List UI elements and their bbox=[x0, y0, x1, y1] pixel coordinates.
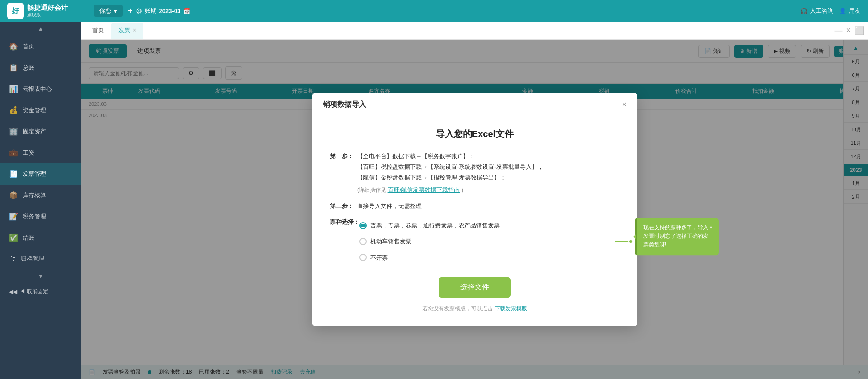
dialog-main-title: 导入您的Excel文件 bbox=[330, 128, 619, 140]
step1-row: 第一步： 【全电平台】数据下载→【税务数字账户】； 【百旺】税控盘数据下载→【系… bbox=[330, 151, 619, 195]
radio-circle-2 bbox=[359, 238, 367, 245]
tooltip-close-btn[interactable]: × bbox=[709, 223, 712, 232]
sidebar-scroll-up[interactable]: ▲ bbox=[0, 22, 81, 36]
assets-icon: 🏢 bbox=[9, 127, 18, 136]
radio-label-3: 不开票 bbox=[370, 252, 388, 263]
step1-line2: 【百旺】税控盘数据下载→【系统设置-系统参数设置-发票批量导入】； bbox=[357, 161, 619, 172]
ticket-row: 票种选择： 普票，专票，卷票，通行费发票，农产品销售发票 bbox=[330, 217, 619, 266]
salary-icon: 💼 bbox=[9, 148, 18, 157]
sidebar-label-salary: 工资 bbox=[23, 149, 34, 157]
consult-label: 人工咨询 bbox=[810, 7, 834, 15]
invoice-icon: 🧾 bbox=[9, 170, 18, 178]
top-bar: 好 畅捷通好会计 旗舰版 你您 ▾ + ⚙ 账期 2023-03 📅 🎧 人工咨… bbox=[0, 0, 868, 22]
radio-circle-3 bbox=[359, 254, 367, 261]
main-layout: ▲ 🏠 首页 📋 总账 📊 云报表中心 💰 资金管理 🏢 固定资产 💼 工资 🧾… bbox=[0, 22, 868, 379]
settings-icon[interactable]: ⚙ bbox=[136, 7, 142, 15]
dialog-header: 销项数据导入 × bbox=[312, 93, 637, 117]
tooltip-text: 现在支持的票种多了，导入发票时别忘了选择正确的发票类型呀! bbox=[643, 224, 708, 248]
sidebar-label-invoice: 发票管理 bbox=[23, 170, 46, 178]
radio-group: 普票，专票，卷票，通行费发票，农产品销售发票 机动车销售发票 bbox=[359, 220, 619, 263]
download-template-link[interactable]: 下载发票模版 bbox=[495, 305, 527, 312]
sidebar-item-fund[interactable]: 💰 资金管理 bbox=[0, 99, 81, 121]
tab-home[interactable]: 首页 bbox=[85, 23, 111, 39]
sidebar-label-ledger: 总账 bbox=[23, 64, 34, 72]
step1-link[interactable]: 百旺/航信发票数据下载指南 bbox=[388, 186, 460, 193]
tab-invoice-label: 发票 bbox=[118, 26, 130, 34]
tab-invoice-close-icon[interactable]: × bbox=[133, 27, 136, 33]
app-name: 畅捷通好会计 bbox=[27, 4, 68, 12]
tax-icon: 📝 bbox=[9, 212, 18, 221]
select-file-btn[interactable]: 选择文件 bbox=[439, 277, 511, 298]
calendar-icon[interactable]: 📅 bbox=[183, 8, 190, 14]
radio-option-2[interactable]: 机动车销售发票 bbox=[359, 236, 619, 246]
step2-row: 第二步： 直接导入文件，无需整理 bbox=[330, 201, 619, 211]
modal-overlay: 销项数据导入 × 导入您的Excel文件 第一步： 【全电平台】数据下载→【税务… bbox=[81, 40, 868, 379]
window-close-icon[interactable]: × bbox=[846, 26, 851, 35]
user-icon: 👤 bbox=[839, 8, 846, 14]
window-minimize-icon[interactable]: — bbox=[834, 26, 842, 35]
sidebar-item-home[interactable]: 🏠 首页 bbox=[0, 36, 81, 57]
sidebar-label-assets: 固定资产 bbox=[23, 128, 46, 136]
period-area: + ⚙ 账期 2023-03 📅 bbox=[128, 6, 190, 16]
dialog-body: 导入您的Excel文件 第一步： 【全电平台】数据下载→【税务数字账户】； 【百… bbox=[312, 117, 637, 326]
headset-icon: 🎧 bbox=[800, 8, 807, 14]
report-icon: 📊 bbox=[9, 85, 18, 93]
tooltip-arrow bbox=[631, 234, 636, 239]
sidebar-label-tax: 税务管理 bbox=[23, 213, 46, 221]
checkout-icon: ✅ bbox=[9, 233, 18, 242]
tab-home-label: 首页 bbox=[92, 26, 104, 34]
radio-option-3[interactable]: 不开票 bbox=[359, 252, 619, 263]
dialog-footer-note: 若您没有发票模版，可以点击 下载发票模版 bbox=[330, 305, 619, 313]
step1-note: (详细操作见 百旺/航信发票数据下载指南 ) bbox=[357, 185, 619, 195]
sidebar-item-salary[interactable]: 💼 工资 bbox=[0, 142, 81, 163]
cancel-fixed-btn[interactable]: ◀◀ ◀ 取消固定 bbox=[0, 283, 81, 300]
sidebar-label-inventory: 库存核算 bbox=[23, 191, 46, 199]
radio-label-2: 机动车销售发票 bbox=[370, 236, 411, 246]
sidebar-item-inventory[interactable]: 📦 库存核算 bbox=[0, 185, 81, 206]
user-area[interactable]: 👤 用友 bbox=[839, 7, 861, 15]
period-value: 2023-03 bbox=[159, 8, 181, 14]
user-label: 用友 bbox=[849, 7, 861, 15]
sidebar-item-fixed-assets[interactable]: 🏢 固定资产 bbox=[0, 121, 81, 142]
sidebar-item-cloud-report[interactable]: 📊 云报表中心 bbox=[0, 78, 81, 99]
radio-option-1[interactable]: 普票，专票，卷票，通行费发票，农产品销售发票 bbox=[359, 220, 619, 231]
step1-line1: 【全电平台】数据下载→【税务数字账户】； bbox=[357, 151, 619, 161]
consult-btn[interactable]: 🎧 人工咨询 bbox=[800, 7, 834, 15]
sidebar-scroll-down[interactable]: ▼ bbox=[0, 269, 81, 283]
step1-content: 【全电平台】数据下载→【税务数字账户】； 【百旺】税控盘数据下载→【系统设置-系… bbox=[357, 151, 619, 195]
step1-label: 第一步： bbox=[330, 151, 357, 195]
sidebar-item-invoice[interactable]: 🧾 发票管理 bbox=[0, 163, 81, 185]
sidebar-label-report: 云报表中心 bbox=[23, 85, 52, 93]
sidebar-item-tax[interactable]: 📝 税务管理 bbox=[0, 206, 81, 227]
step1-line3: 【航信】金税盘数据下载→【报税管理-发票数据导出】； bbox=[357, 172, 619, 183]
home-icon: 🏠 bbox=[9, 42, 18, 51]
logo-area: 好 畅捷通好会计 旗舰版 bbox=[7, 3, 89, 19]
logo-icon: 好 bbox=[7, 3, 24, 19]
tab-invoice[interactable]: 发票 × bbox=[111, 23, 143, 39]
sidebar-label-archive: 归档管理 bbox=[21, 255, 44, 263]
plus-icon[interactable]: + bbox=[128, 6, 133, 16]
period-label: 账期 bbox=[145, 7, 156, 15]
cancel-fixed-label: ◀ 取消固定 bbox=[20, 288, 48, 295]
sidebar-item-archive[interactable]: 🗂 归档管理 bbox=[0, 248, 81, 269]
radio-label-1: 普票，专票，卷票，通行费发票，农产品销售发票 bbox=[370, 220, 500, 231]
top-right-area: 🎧 人工咨询 👤 用友 bbox=[800, 7, 861, 15]
fund-icon: 💰 bbox=[9, 106, 18, 114]
radio-circle-1 bbox=[359, 222, 367, 229]
footer-note-text: 若您没有发票模版，可以点击 bbox=[422, 305, 493, 312]
window-maximize-icon[interactable]: ⬜ bbox=[854, 26, 864, 36]
sidebar-item-checkout[interactable]: ✅ 结账 bbox=[0, 227, 81, 248]
sidebar-label-checkout: 结账 bbox=[23, 234, 34, 242]
page-tabs: 首页 发票 × — × ⬜ bbox=[81, 22, 868, 40]
import-dialog: 销项数据导入 × 导入您的Excel文件 第一步： 【全电平台】数据下载→【税务… bbox=[312, 93, 637, 326]
account-name: 你您 bbox=[99, 7, 111, 15]
account-dropdown[interactable]: 你您 ▾ bbox=[94, 5, 123, 17]
sidebar-item-general-ledger[interactable]: 📋 总账 bbox=[0, 57, 81, 78]
archive-icon: 🗂 bbox=[9, 255, 16, 263]
app-edition: 旗舰版 bbox=[27, 12, 68, 18]
step2-label: 第二步： bbox=[330, 201, 357, 211]
dialog-close-btn[interactable]: × bbox=[622, 100, 627, 109]
content-area: 首页 发票 × — × ⬜ 销项发票 进项发票 bbox=[81, 22, 868, 379]
step2-content: 直接导入文件，无需整理 bbox=[357, 201, 619, 211]
logo-text-area: 畅捷通好会计 旗舰版 bbox=[27, 4, 68, 18]
